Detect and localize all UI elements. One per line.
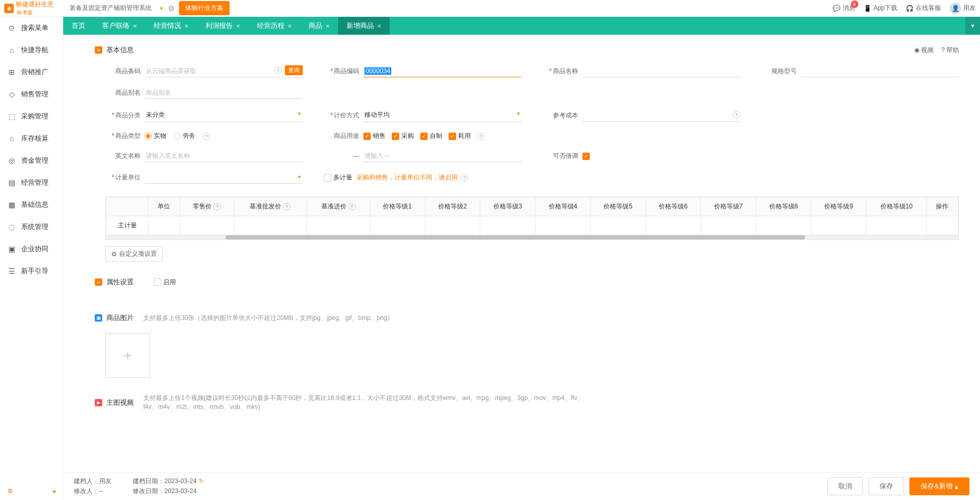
th-level8: 价格等级8 [756,197,811,216]
grid-icon: ⊞ [7,68,16,76]
sidebar-item-search[interactable]: ⊙搜索菜单 [0,17,63,39]
th-level3: 价格等级3 [480,197,536,216]
query-button[interactable]: 查询 [285,65,303,75]
tab-home[interactable]: 首页 [63,17,94,35]
sidebar-item-marketing[interactable]: ⊞营销推广 [0,61,63,83]
spec-label: 规格型号 [761,67,801,76]
help-icon[interactable]: ? [283,203,291,211]
help-icon[interactable]: ? [733,111,740,118]
section-icon: ≡ [95,278,102,286]
sidebar-item-inventory[interactable]: ⌂库存核算 [0,127,63,149]
online-service-button[interactable]: 🎧 在线客服 [906,4,941,13]
close-icon[interactable]: ✕ [377,23,381,29]
table-scrollbar[interactable] [106,235,958,239]
alias-label: 商品别名 [105,88,145,97]
close-icon[interactable]: ✕ [236,23,240,29]
unit-select[interactable] [145,172,303,184]
refcost-input[interactable] [582,109,740,122]
th-wholesale: 基准批发价 ? [234,197,306,216]
sidebar-item-basic[interactable]: ▦基础信息 [0,194,63,216]
collapse-icon[interactable]: ◂ [52,487,55,495]
name-input[interactable] [582,65,740,77]
experience-button[interactable]: 体验行业方案 [179,1,230,15]
gear-icon[interactable]: ⚙ [168,4,175,13]
th-level4: 价格等级4 [536,197,591,216]
settings-icon[interactable]: ⚙ [7,487,13,495]
home-icon: ⌂ [7,46,16,54]
sidebar-item-guide[interactable]: ☰新手引导 [0,260,63,282]
category-select[interactable]: 未分类 [145,108,303,122]
tab-new-product[interactable]: 新增商品✕ [338,17,390,35]
circle-icon: ◌ [7,223,16,231]
help-icon[interactable]: ? [477,133,484,140]
borrow-checkbox[interactable]: ✓ [582,153,590,160]
usage-self-checkbox[interactable]: ✓自制 [420,132,442,141]
help-icon[interactable]: ? [203,133,210,140]
type-radio-service[interactable]: 劳务 [174,132,195,141]
tab-business[interactable]: 经营情况✕ [145,17,197,35]
pricing-select[interactable]: 移动平均 [363,108,521,122]
bag-icon: ⬚ [7,112,16,121]
table-row[interactable]: 主计量 [106,216,958,235]
alias-input[interactable] [145,87,303,99]
message-icon: 💬 [833,5,840,12]
message-button[interactable]: 💬 消息 6 [833,4,855,13]
sidebar-item-nav[interactable]: ⌂快捷导航 [0,39,63,61]
sidebar-item-enterprise[interactable]: ▣企业协同 [0,238,63,260]
sidebar-item-operation[interactable]: ▤经营管理 [0,172,63,194]
menu-icon: ☰ [7,267,16,275]
chevron-up-icon: ▴ [955,483,958,491]
save-button[interactable]: 保存 [868,477,904,495]
list-icon: ▤ [7,178,16,187]
tab-customer[interactable]: 客户联络✕ [94,17,145,35]
user-menu[interactable]: 👤 用友 [949,3,976,14]
video-note: 支持最多上传1个视频(建议时长30秒以内最多不高于60秒，宽高比16:9或者1:… [143,394,591,412]
sidebar-item-funds[interactable]: ◎资金管理 [0,149,63,172]
section-img-title: 商品图片 [106,313,134,323]
app-download-button[interactable]: 📱 App下载 [864,4,897,13]
close-icon[interactable]: ✕ [288,23,292,29]
usage-consume-checkbox[interactable]: ✓耗用 [449,132,471,141]
tab-product[interactable]: 商品✕ [300,17,338,35]
multi-unit-checkbox[interactable]: 多计量 [324,173,352,182]
type-radio-physical[interactable]: 实物 [145,132,166,141]
help-icon[interactable]: ? [461,174,468,182]
usage-sale-checkbox[interactable]: ✓销售 [363,132,385,141]
tab-history[interactable]: 经营历程✕ [249,17,300,35]
system-selector[interactable]: 装备及固定资产辅助管理系统 ▾ ⚙ [70,4,175,13]
cancel-button[interactable]: 取消 [827,477,863,495]
close-icon[interactable]: ✕ [133,23,137,29]
sidebar-item-sales[interactable]: ◇销售管理 [0,83,63,105]
image-upload-button[interactable]: + [105,333,150,378]
code-input[interactable]: 0000034 [363,65,521,77]
usage-label: 商品用途 [324,132,363,141]
sidebar-item-system[interactable]: ◌系统管理 [0,216,63,238]
sidebar: ⊙搜索菜单 ⌂快捷导航 ⊞营销推广 ◇销售管理 ⬚采购管理 ⌂库存核算 ◎资金管… [0,17,63,500]
img-note: 支持最多上传30张（选择的图片单张大小不超过20MB，支持jpg、jpeg、gi… [143,314,393,323]
dash-input[interactable] [363,150,521,162]
th-retail: 零售价 ? [180,197,234,216]
enable-checkbox[interactable]: 启用 [154,278,176,287]
video-link[interactable]: ◉ 视频 [914,46,934,55]
save-new-button[interactable]: 保存&新增 ▴ [909,477,969,495]
english-input[interactable] [145,150,303,162]
th-level7: 价格等级7 [701,197,756,216]
tab-profit[interactable]: 利润报告✕ [197,17,249,35]
message-badge: 6 [851,1,858,8]
diamond-icon: ◇ [7,90,16,98]
edit-icon[interactable]: ✎ [199,477,204,485]
th-purchase: 基准进价 ? [306,197,370,216]
spec-input[interactable] [801,65,959,77]
logo: ◉ 畅捷通好生意 标准版 [4,0,54,16]
close-icon[interactable]: ✕ [325,23,330,29]
close-icon[interactable]: ✕ [184,23,189,29]
custom-fields-button[interactable]: ⚙ 自定义项设置 [105,246,163,262]
row-label: 主计量 [106,216,149,235]
tabs-expand-button[interactable]: ▾ [965,17,980,35]
help-icon[interactable]: ? [213,203,221,211]
help-link[interactable]: ? 帮助 [941,46,959,55]
pricing-label: *计价方式 [324,111,363,120]
usage-purchase-checkbox[interactable]: ✓采购 [392,132,414,141]
help-icon[interactable]: ? [348,203,355,211]
sidebar-item-purchase[interactable]: ⬚采购管理 [0,105,63,127]
